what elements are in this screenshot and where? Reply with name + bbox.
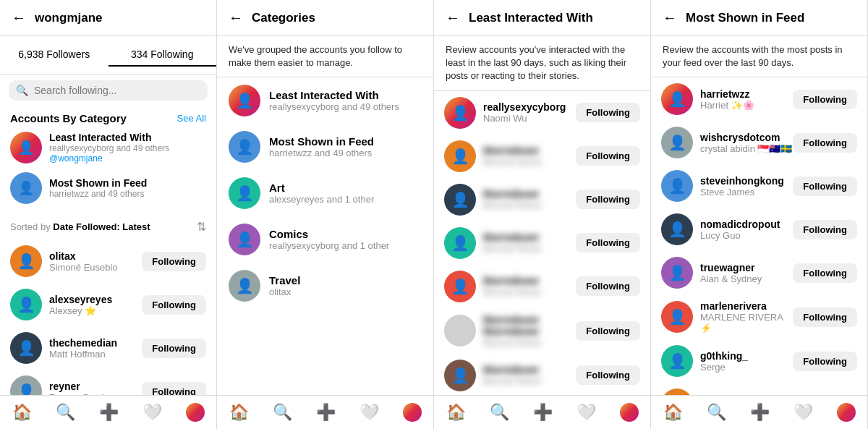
list-item[interactable]: 👤 Art alexseyreyes and 1 other	[217, 170, 433, 216]
table-row: 👤 marlenerivera MARLENE RIVERA ⚡ Followi…	[651, 294, 867, 339]
following-button[interactable]: Following	[793, 352, 857, 371]
following-button[interactable]: Following	[576, 103, 640, 122]
avatar	[444, 315, 476, 347]
table-row: 👤 mandeeroseartist Mandee Rose Following	[651, 383, 867, 395]
home-icon[interactable]: 🏠	[12, 403, 32, 422]
user-info: blurreduser Blurred Name	[483, 232, 576, 254]
following-button[interactable]: Following	[576, 233, 640, 252]
following-stat[interactable]: 334 Following	[109, 43, 217, 67]
following-button[interactable]: Following	[576, 146, 640, 166]
heart-icon[interactable]: 🤍	[142, 403, 162, 422]
back-icon-4[interactable]: ←	[663, 9, 677, 26]
username: reyner	[49, 381, 142, 392]
heart-icon[interactable]: 🤍	[359, 403, 379, 422]
following-button[interactable]: Following	[142, 295, 206, 315]
avatar: 👤	[229, 131, 260, 163]
fullname: Blurred Name	[483, 200, 576, 211]
following-button[interactable]: Following	[576, 276, 640, 296]
profile-avatar[interactable]	[620, 403, 639, 422]
least-interacted-category[interactable]: 👤 Least Interacted With reallysexycyborg…	[0, 127, 216, 168]
add-icon[interactable]: ➕	[750, 403, 770, 422]
table-row: 👤 blurreduser Blurred Name Following	[434, 265, 650, 308]
table-row: 👤 reyner Reyner Crosby Following	[0, 370, 216, 395]
add-icon[interactable]: ➕	[533, 403, 553, 422]
least-interacted-body: 👤 reallysexycyborg Naomi Wu Following 👤 …	[434, 91, 650, 395]
heart-icon[interactable]: 🤍	[576, 403, 596, 422]
list-item[interactable]: 👤 Travel olitax	[217, 263, 433, 309]
user-info: harrietwzz Harriet ✨🌸	[700, 88, 793, 111]
heart-icon[interactable]: 🤍	[793, 403, 813, 422]
table-row: 👤 wishcrysdotcom crystal abidin 🇸🇬🇦🇺🇸🇪 F…	[651, 121, 867, 164]
bottom-nav-4: 🏠 🔍 ➕ 🤍	[651, 395, 867, 429]
search-icon: 🔍	[16, 85, 28, 96]
back-icon-1[interactable]: ←	[12, 9, 26, 26]
sort-value[interactable]: Date Followed: Latest	[53, 221, 150, 232]
list-item[interactable]: 👤 Most Shown in Feed harrietwzz and 49 o…	[217, 124, 433, 170]
followers-stat[interactable]: 6,938 Followers	[0, 43, 109, 67]
cat-name: Travel	[269, 274, 300, 286]
sort-icon[interactable]: ⇅	[197, 220, 206, 234]
avatar: 👤	[229, 177, 260, 209]
add-icon[interactable]: ➕	[99, 403, 119, 422]
fullname: Alexsey ⭐	[49, 305, 142, 316]
home-icon[interactable]: 🏠	[663, 403, 683, 422]
search-nav-icon[interactable]: 🔍	[490, 403, 509, 422]
avatar: 👤	[229, 85, 260, 116]
back-icon-2[interactable]: ←	[229, 9, 243, 26]
avatar: 👤	[444, 184, 476, 216]
cat-info: Travel olitax	[269, 274, 300, 297]
following-button[interactable]: Following	[576, 365, 640, 385]
user-info: blurreduser Blurred Name	[483, 275, 576, 297]
most-shown-category[interactable]: 👤 Most Shown in Feed harrietwzz and 49 o…	[0, 168, 216, 208]
following-button[interactable]: Following	[793, 307, 857, 327]
following-button[interactable]: Following	[142, 382, 206, 396]
following-button[interactable]: Following	[793, 177, 857, 196]
fullname: Naomi Wu	[483, 113, 576, 124]
back-icon-3[interactable]: ←	[446, 9, 460, 26]
least-interacted-title: Least Interacted With	[469, 11, 593, 25]
home-icon[interactable]: 🏠	[446, 403, 466, 422]
add-icon[interactable]: ➕	[316, 403, 336, 422]
fullname: Blurred Name	[483, 243, 576, 254]
categories-desc: We've grouped the accounts you follow to…	[217, 36, 433, 77]
user-info: reallysexycyborg Naomi Wu	[483, 101, 576, 124]
username: marlenerivera	[700, 300, 793, 312]
bottom-nav-3: 🏠 🔍 ➕ 🤍	[434, 395, 650, 429]
most-shown-body: 👤 harrietwzz Harriet ✨🌸 Following 👤 wish…	[651, 77, 867, 395]
following-button[interactable]: Following	[576, 321, 640, 341]
avatar: 👤	[661, 170, 693, 202]
avatar: 👤	[661, 83, 693, 115]
following-button[interactable]: Following	[576, 190, 640, 209]
sort-bar: Sorted by Date Followed: Latest ⇅	[0, 214, 216, 239]
username: nomadicdropout	[700, 218, 793, 230]
user-info: reyner Reyner Crosby	[49, 381, 142, 396]
following-button[interactable]: Following	[793, 263, 857, 283]
search-nav-icon[interactable]: 🔍	[273, 403, 292, 422]
table-row: 👤 g0thking_ Serge Following	[651, 339, 867, 383]
cat-name: Least Interacted With	[269, 89, 399, 101]
search-input[interactable]	[34, 85, 200, 96]
following-button[interactable]: Following	[142, 252, 206, 271]
profile-avatar[interactable]	[186, 403, 205, 422]
table-row: 👤 blurreduser Blurred Name Following	[434, 178, 650, 221]
username: reallysexycyborg	[483, 101, 576, 113]
following-header: ← wongmjane	[0, 0, 216, 36]
following-button[interactable]: Following	[142, 339, 206, 358]
username: blurreduser	[483, 275, 576, 286]
table-row: 👤 harrietwzz Harriet ✨🌸 Following	[651, 77, 867, 121]
home-icon[interactable]: 🏠	[229, 403, 249, 422]
avatar: 👤	[10, 375, 42, 395]
profile-avatar[interactable]	[837, 403, 856, 422]
following-button[interactable]: Following	[793, 90, 857, 109]
avatar: 👤	[229, 270, 260, 302]
search-nav-icon[interactable]: 🔍	[707, 403, 726, 422]
accounts-section-header: Accounts By Category See All	[0, 106, 216, 127]
see-all-link[interactable]: See All	[177, 113, 206, 124]
list-item[interactable]: 👤 Least Interacted With reallysexycyborg…	[217, 77, 433, 124]
profile-avatar[interactable]	[403, 403, 422, 422]
following-button[interactable]: Following	[793, 220, 857, 239]
list-item[interactable]: 👤 Comics reallysexycyborg and 1 other	[217, 216, 433, 263]
following-button[interactable]: Following	[793, 133, 857, 153]
most-shown-desc: Review the accounts with the most posts …	[651, 36, 867, 77]
search-nav-icon[interactable]: 🔍	[56, 403, 75, 422]
